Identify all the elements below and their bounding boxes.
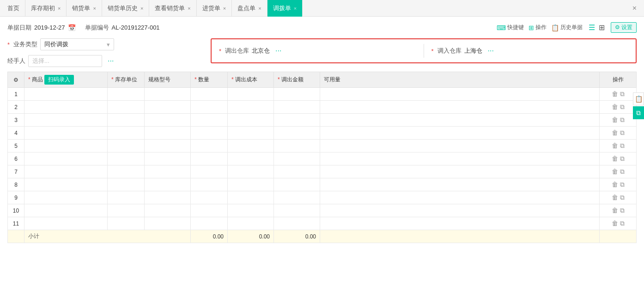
copy-icon[interactable]: ⧉ [620, 129, 625, 136]
cost-cell[interactable] [228, 88, 274, 101]
scan-button[interactable]: 扫码录入 [44, 75, 74, 85]
tab-inventory-check[interactable]: 盘点单 × [232, 0, 267, 17]
quantity-cell[interactable] [191, 88, 228, 101]
amount-cell[interactable] [274, 178, 320, 191]
amount-cell[interactable] [274, 153, 320, 165]
tab-purchase-order[interactable]: 进货单 × [197, 0, 232, 17]
tab-transfer-order[interactable]: 调拨单 × [267, 0, 303, 17]
delete-icon[interactable]: 🗑 [612, 142, 618, 149]
quantity-cell[interactable] [191, 140, 228, 153]
quantity-cell[interactable] [191, 191, 228, 204]
quantity-cell[interactable] [191, 165, 228, 178]
product-cell[interactable] [24, 191, 108, 204]
amount-cell[interactable] [274, 217, 320, 230]
delete-icon[interactable]: 🗑 [612, 90, 618, 98]
copy-icon[interactable]: ⧉ [620, 220, 625, 227]
delete-icon[interactable]: 🗑 [612, 155, 618, 162]
agent-more-button[interactable]: ··· [108, 57, 114, 65]
quantity-cell[interactable] [191, 204, 228, 217]
tab-close-transfer-order[interactable]: × [294, 6, 297, 11]
quantity-cell[interactable] [191, 217, 228, 230]
tab-close-sales-order[interactable]: × [93, 6, 96, 11]
quantity-cell[interactable] [191, 101, 228, 114]
shortcut-button[interactable]: ⌨ 快捷键 [497, 24, 524, 31]
cost-cell[interactable] [228, 204, 274, 217]
tab-close-view-sales[interactable]: × [188, 6, 190, 11]
cost-cell[interactable] [228, 178, 274, 191]
amount-cell[interactable] [274, 165, 320, 178]
product-cell[interactable] [24, 153, 108, 165]
cost-cell[interactable] [228, 191, 274, 204]
tab-close-inventory-check[interactable]: × [258, 6, 261, 11]
tab-home[interactable]: 首页 [2, 0, 25, 17]
copy-icon[interactable]: ⧉ [620, 194, 625, 201]
cost-cell[interactable] [228, 140, 274, 153]
delete-icon[interactable]: 🗑 [612, 168, 618, 175]
copy-icon[interactable]: ⧉ [620, 103, 625, 110]
product-cell[interactable] [24, 101, 108, 114]
cost-cell[interactable] [228, 153, 274, 165]
quantity-cell[interactable] [191, 153, 228, 165]
copy-icon[interactable]: ⧉ [620, 207, 625, 214]
delete-icon[interactable]: 🗑 [612, 116, 618, 123]
tab-close-sales-history[interactable]: × [140, 6, 143, 11]
tab-inventory-init[interactable]: 库存期初 × [25, 0, 67, 17]
copy-icon[interactable]: ⧉ [620, 181, 625, 188]
layout-list-button[interactable]: ☰ [587, 22, 596, 33]
product-cell[interactable] [24, 88, 108, 101]
copy-icon[interactable]: ⧉ [620, 116, 625, 123]
amount-cell[interactable] [274, 127, 320, 140]
amount-cell[interactable] [274, 140, 320, 153]
delete-icon[interactable]: 🗑 [612, 103, 618, 110]
delete-icon[interactable]: 🗑 [612, 220, 618, 227]
delete-icon[interactable]: 🗑 [612, 181, 618, 188]
settings-button[interactable]: ⚙ 设置 [611, 22, 637, 33]
window-close-button[interactable]: × [627, 4, 642, 12]
transfer-out-more-button[interactable]: ··· [275, 47, 281, 55]
form-left: * 业务类型 同价调拨 ▾ 经手人 选择... ··· [7, 38, 211, 67]
transfer-in-more-button[interactable]: ··· [488, 47, 494, 55]
th-settings[interactable]: ⚙ [8, 72, 24, 88]
delete-icon[interactable]: 🗑 [612, 129, 618, 136]
layout-grid-button[interactable]: ⊞ [597, 22, 606, 33]
amount-cell[interactable] [274, 204, 320, 217]
cost-cell[interactable] [228, 165, 274, 178]
product-cell[interactable] [24, 204, 108, 217]
cost-cell[interactable] [228, 127, 274, 140]
product-cell[interactable] [24, 140, 108, 153]
cost-cell[interactable] [228, 101, 274, 114]
amount-cell[interactable] [274, 88, 320, 101]
quantity-cell[interactable] [191, 114, 228, 127]
tab-sales-history[interactable]: 销货单历史 × [102, 0, 149, 17]
amount-cell[interactable] [274, 114, 320, 127]
tab-sales-order[interactable]: 销货单 × [67, 0, 102, 17]
delete-icon[interactable]: 🗑 [612, 194, 618, 201]
quantity-cell[interactable] [191, 127, 228, 140]
product-cell[interactable] [24, 127, 108, 140]
amount-cell[interactable] [274, 101, 320, 114]
product-cell[interactable] [24, 178, 108, 191]
calendar-icon[interactable]: 📅 [68, 24, 76, 31]
quantity-cell[interactable] [191, 178, 228, 191]
product-cell[interactable] [24, 165, 108, 178]
agent-select[interactable]: 选择... [28, 55, 102, 67]
operation-button[interactable]: ⊞ 操作 [529, 24, 547, 31]
history-button[interactable]: 📋 历史单据 [551, 24, 583, 31]
copy-icon[interactable]: ⧉ [620, 155, 625, 162]
copy-icon[interactable]: ⧉ [620, 168, 625, 175]
delete-icon[interactable]: 🗑 [612, 207, 618, 214]
product-cell[interactable] [24, 114, 108, 127]
tab-view-sales[interactable]: 查看销货单 × [149, 0, 196, 17]
cost-cell[interactable] [228, 114, 274, 127]
copy-icon[interactable]: ⧉ [620, 90, 625, 98]
tab-close-purchase-order[interactable]: × [223, 6, 226, 11]
float-expand-button[interactable]: ⧉ [633, 106, 644, 119]
amount-cell[interactable] [274, 191, 320, 204]
business-type-select[interactable]: 同价调拨 ▾ [40, 38, 114, 50]
row-num: 6 [8, 153, 24, 165]
tab-close-inventory-init[interactable]: × [58, 6, 61, 11]
cost-cell[interactable] [228, 217, 274, 230]
product-cell[interactable] [24, 217, 108, 230]
float-note-button[interactable]: 📋 [633, 92, 644, 105]
copy-icon[interactable]: ⧉ [620, 142, 625, 149]
